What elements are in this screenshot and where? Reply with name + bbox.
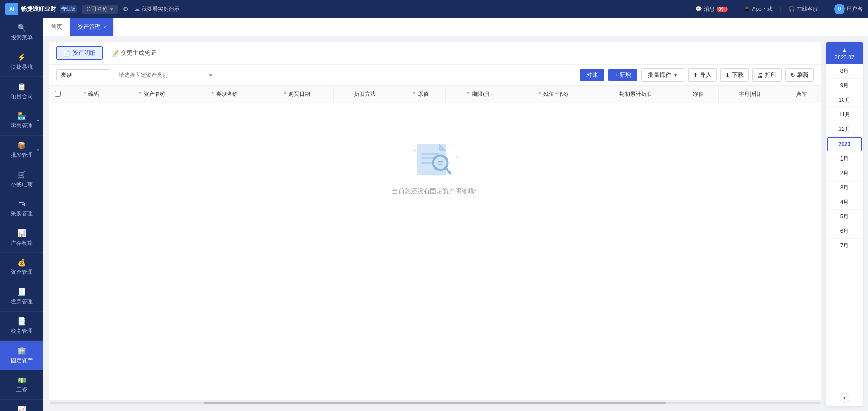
user-name: 用户名 — [846, 5, 863, 13]
reconcile-button[interactable]: 对账 — [580, 69, 604, 81]
month-item-10[interactable]: 10月 — [826, 93, 863, 108]
category-dropdown-icon[interactable]: ▼ — [208, 72, 213, 78]
month-nav-down[interactable]: ▼ — [840, 393, 849, 403]
col-checkbox — [49, 86, 67, 103]
top-bar: Ai 畅捷通好业财 专业版 公司名称 ▼ ⚙ ☁ 我要看实例演示 💬 消息 99… — [0, 0, 868, 18]
batch-button[interactable]: 批量操作 ▼ — [641, 68, 684, 82]
sidebar-item-wholesale[interactable]: 📦 批发管理 — [0, 136, 43, 165]
demo-link[interactable]: ☁ 我要看实例演示 — [134, 5, 179, 13]
import-button[interactable]: ⬆ 导入 — [688, 68, 717, 82]
refresh-button[interactable]: ↻ 刷新 — [785, 68, 814, 82]
add-button[interactable]: + 新增 — [608, 69, 637, 81]
horizontal-scrollbar[interactable] — [49, 400, 821, 406]
svg-point-12 — [413, 149, 416, 152]
user-profile[interactable]: U 用户名 — [834, 4, 863, 14]
month-item-2[interactable]: 2月 — [826, 166, 863, 181]
category-input[interactable] — [114, 70, 204, 80]
month-item-8[interactable]: 8月 — [826, 64, 863, 79]
invoice-icon: 🧾 — [17, 288, 26, 296]
wholesale-icon: 📦 — [17, 141, 26, 150]
sidebar-item-salary[interactable]: 💵 工资 — [0, 370, 43, 400]
sidebar-item-quicknav[interactable]: ⚡ 快捷导航 — [0, 47, 43, 77]
col-asset-name: * 资产名称 — [116, 86, 189, 103]
month-item-6[interactable]: 6月 — [826, 224, 863, 239]
svg-point-14 — [455, 156, 458, 159]
month-item-5[interactable]: 5月 — [826, 210, 863, 224]
empty-illustration — [408, 135, 462, 180]
sidebar-item-search[interactable]: 🔍 搜索菜单 — [0, 18, 43, 47]
sidebar-label-inventory: 库存核算 — [11, 239, 33, 247]
demo-label: 我要看实例演示 — [142, 5, 179, 13]
tab-assets[interactable]: 资产管理 × — [70, 18, 114, 36]
sidebar-item-ecommerce[interactable]: 🛒 小畅电商 — [0, 165, 43, 194]
sidebar-label-ecommerce: 小畅电商 — [11, 181, 33, 189]
month-item-4[interactable]: 4月 — [826, 195, 863, 210]
sidebar-item-retail[interactable]: 🏪 零售管理 — [0, 106, 43, 136]
col-operation: 操作 — [781, 86, 821, 103]
sub-tab-voucher[interactable]: 📝 变更生成凭证 — [104, 46, 163, 60]
data-table: * 编码 * 资产名称 * 类别名称 — [49, 86, 821, 227]
message-label: 消息 — [704, 5, 715, 13]
col-original-value: * 原值 — [396, 86, 445, 103]
sidebar-item-inventory[interactable]: 📊 库存核算 — [0, 223, 43, 253]
brand-name: 畅捷通好业财 — [21, 5, 56, 13]
cloud-icon: ☁ — [134, 6, 140, 12]
settings-icon[interactable]: ⚙ — [123, 5, 129, 13]
brand: Ai 畅捷通好业财 专业版 — [5, 3, 77, 15]
download-icon: ⬇ — [725, 72, 730, 79]
finance-icon: 💰 — [17, 258, 26, 267]
phone-icon: 📱 — [744, 6, 750, 12]
category-label: 类别 — [61, 71, 72, 79]
separator1: | — [735, 6, 736, 12]
sidebar-item-purchase[interactable]: 🛍 采购管理 — [0, 194, 43, 223]
tab-close-icon[interactable]: × — [104, 24, 106, 30]
company-selector[interactable]: 公司名称 ▼ — [82, 5, 118, 14]
avatar: U — [834, 4, 845, 14]
sidebar-item-project[interactable]: 📋 项目合同 — [0, 77, 43, 106]
select-all-checkbox[interactable] — [55, 91, 61, 97]
headset-icon: 🎧 — [788, 6, 795, 12]
scroll-thumb[interactable] — [204, 402, 666, 404]
month-item-9[interactable]: 9月 — [826, 79, 863, 93]
print-button[interactable]: 🖨 打印 — [752, 68, 782, 82]
sidebar-item-tax[interactable]: 📑 税务管理 — [0, 312, 43, 341]
search-icon: 🔍 — [17, 24, 26, 32]
operations-icon: 📈 — [17, 405, 26, 411]
sub-tab-detail-label: 资产明细 — [72, 49, 96, 57]
sidebar-label-purchase: 采购管理 — [11, 210, 33, 217]
separator2: | — [780, 6, 781, 12]
sidebar-item-assets[interactable]: 🏢 固定资产 — [0, 341, 43, 370]
sidebar-label-project: 项目合同 — [11, 93, 33, 100]
svg-rect-4 — [421, 153, 439, 155]
app-download-link[interactable]: 📱 App下载 — [744, 5, 772, 13]
category-selector[interactable]: 类别 — [56, 69, 110, 81]
sidebar-item-invoice[interactable]: 🧾 发票管理 — [0, 282, 43, 312]
message-icon: 💬 — [695, 6, 702, 12]
sidebar-label-search: 搜索菜单 — [11, 34, 33, 42]
month-item-7[interactable]: 7月 — [826, 239, 863, 253]
month-panel-bottom: ▼ — [826, 390, 863, 406]
sidebar-item-operations[interactable]: 📈 经营管理 — [0, 400, 43, 411]
month-item-12[interactable]: 12月 — [826, 122, 863, 137]
tab-home[interactable]: 首页 — [43, 18, 70, 36]
online-service-link[interactable]: 🎧 在线客服 — [788, 5, 818, 13]
month-nav: ▲ — [828, 45, 861, 54]
toolbar-right: 对账 + 新增 批量操作 ▼ ⬆ 导入 ⬇ 下载 — [580, 68, 814, 82]
sidebar-label-assets: 固定资产 — [11, 357, 33, 364]
sidebar-label-finance: 资金管理 — [11, 269, 33, 276]
sub-tab-detail[interactable]: 📄 资产明细 — [56, 46, 103, 60]
month-item-11[interactable]: 11月 — [826, 108, 863, 122]
month-nav-up[interactable]: ▲ — [839, 45, 850, 54]
company-arrow-icon: ▼ — [109, 7, 114, 12]
empty-text: 当前您还没有固定资产明细哦~ — [392, 187, 478, 195]
col-code: * 编码 — [67, 86, 116, 103]
svg-point-13 — [452, 145, 454, 147]
sidebar-item-finance[interactable]: 💰 资金管理 — [0, 253, 43, 282]
message-button[interactable]: 💬 消息 99+ — [695, 5, 728, 13]
month-item-1[interactable]: 1月 — [826, 152, 863, 166]
month-item-3[interactable]: 3月 — [826, 181, 863, 195]
sidebar-label-wholesale: 批发管理 — [11, 151, 33, 159]
table-area: * 编码 * 资产名称 * 类别名称 — [49, 86, 821, 400]
assets-icon: 🏢 — [17, 346, 26, 355]
download-button[interactable]: ⬇ 下载 — [720, 68, 749, 82]
